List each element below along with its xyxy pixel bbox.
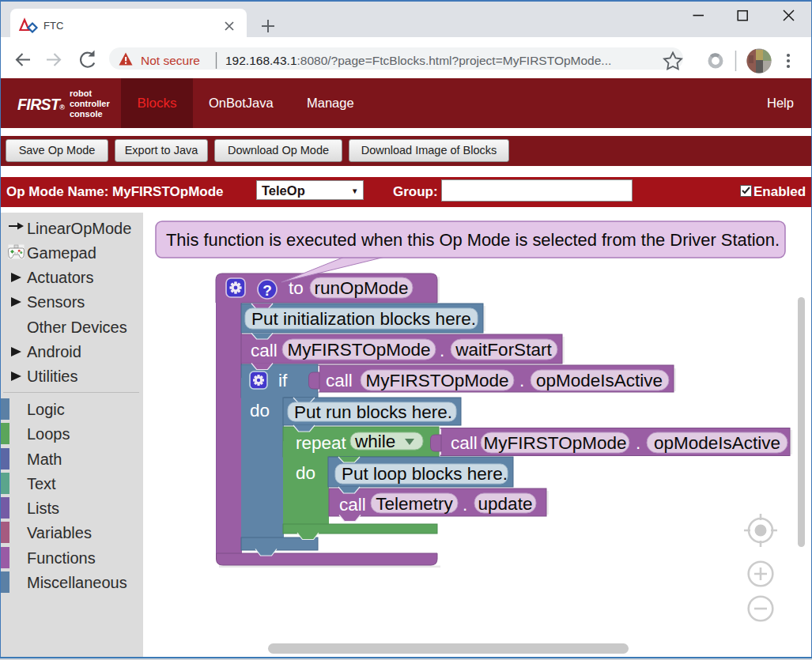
svg-text:update: update bbox=[478, 494, 533, 514]
svg-text:Put initialization blocks here: Put initialization blocks here. bbox=[251, 309, 476, 329]
svg-text:call: call bbox=[251, 341, 278, 360]
svg-text:do: do bbox=[296, 463, 315, 483]
svg-text:while: while bbox=[354, 432, 395, 451]
svg-text:.: . bbox=[463, 495, 467, 515]
svg-text:waitForStart: waitForStart bbox=[455, 340, 552, 360]
svg-text:MyFIRSTOpMode: MyFIRSTOpMode bbox=[366, 371, 509, 390]
svg-text:.: . bbox=[519, 371, 524, 390]
svg-text:.: . bbox=[440, 341, 444, 360]
svg-text:This function is executed when: This function is executed when this Op M… bbox=[166, 230, 780, 250]
svg-text:do: do bbox=[250, 401, 270, 421]
svg-text:call: call bbox=[451, 433, 478, 453]
svg-text:.: . bbox=[636, 433, 640, 453]
svg-text:repeat: repeat bbox=[296, 433, 347, 453]
svg-text:to: to bbox=[289, 278, 304, 298]
svg-text:Put loop blocks here.: Put loop blocks here. bbox=[342, 464, 508, 484]
svg-text:runOpMode: runOpMode bbox=[315, 278, 409, 298]
svg-text:call: call bbox=[339, 495, 366, 515]
svg-text:Put run blocks here.: Put run blocks here. bbox=[294, 402, 452, 422]
svg-text:call: call bbox=[326, 371, 353, 390]
svg-text:if: if bbox=[278, 371, 288, 390]
svg-text:opModeIsActive: opModeIsActive bbox=[536, 371, 663, 390]
svg-text:opModeIsActive: opModeIsActive bbox=[654, 433, 780, 453]
svg-text:?: ? bbox=[262, 282, 272, 299]
svg-text:Telemetry: Telemetry bbox=[376, 494, 453, 514]
svg-text:MyFIRSTOpMode: MyFIRSTOpMode bbox=[288, 340, 431, 360]
svg-text:MyFIRSTOpMode: MyFIRSTOpMode bbox=[484, 433, 627, 453]
